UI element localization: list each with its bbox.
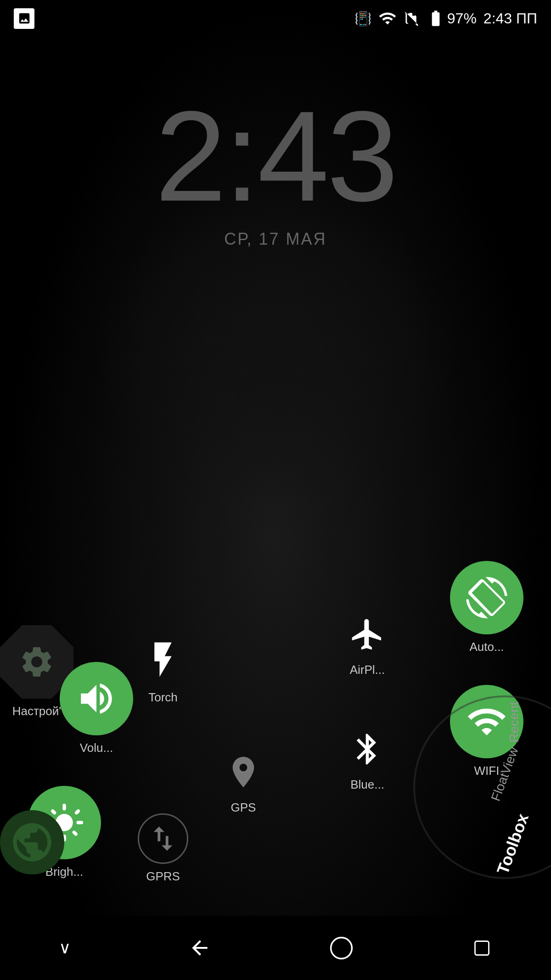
autorotate-label: Auto... [469, 640, 504, 654]
battery-icon: 97% [427, 9, 477, 28]
home-button[interactable] [329, 935, 354, 961]
bluetooth-item[interactable]: Blue... [344, 726, 390, 792]
torch-item[interactable]: Torch [138, 634, 188, 705]
gallery-icon [14, 8, 34, 29]
quick-settings-panel: Настрой' Torch AirPl... Auto... [0, 503, 551, 916]
gprs-label: GPRS [146, 869, 180, 884]
wifi-status-icon [378, 9, 397, 28]
svg-point-0 [331, 937, 352, 958]
bluetooth-label: Blue... [350, 778, 384, 792]
sim-icon [404, 9, 420, 28]
airplane-item[interactable]: AirPl... [344, 611, 390, 677]
gps-label: GPS [231, 801, 256, 815]
status-right-icons: 📳 97% 2:43 ПП [354, 9, 537, 28]
volume-item[interactable]: Volu... [60, 662, 133, 755]
settings-label: Настрой' [12, 704, 62, 718]
airplane-label: AirPl... [350, 663, 385, 677]
clock-container: 2:43 СР, 17 МАЯ [0, 92, 551, 249]
gps-item[interactable]: GPS [220, 749, 266, 815]
svg-rect-1 [475, 941, 489, 955]
recents-button[interactable] [472, 938, 492, 958]
back-button[interactable] [188, 936, 211, 959]
gprs-item[interactable]: GPRS [138, 813, 188, 884]
autorotate-item[interactable]: Auto... [450, 561, 523, 654]
status-left-icons [14, 8, 34, 29]
corner-circle [413, 695, 551, 879]
status-bar: 📳 97% 2:43 ПП [0, 0, 551, 37]
world-item[interactable] [0, 810, 64, 874]
nav-bar: ∨ [0, 916, 551, 980]
volume-label: Volu... [80, 741, 113, 755]
dropdown-nav-button[interactable]: ∨ [59, 938, 71, 958]
torch-label: Torch [148, 690, 178, 705]
clock-time: 2:43 [0, 92, 551, 220]
vibrate-icon: 📳 [354, 11, 371, 27]
clock-date: СР, 17 МАЯ [0, 230, 551, 249]
status-time: 2:43 ПП [484, 10, 537, 27]
battery-percentage: 97% [447, 10, 477, 27]
